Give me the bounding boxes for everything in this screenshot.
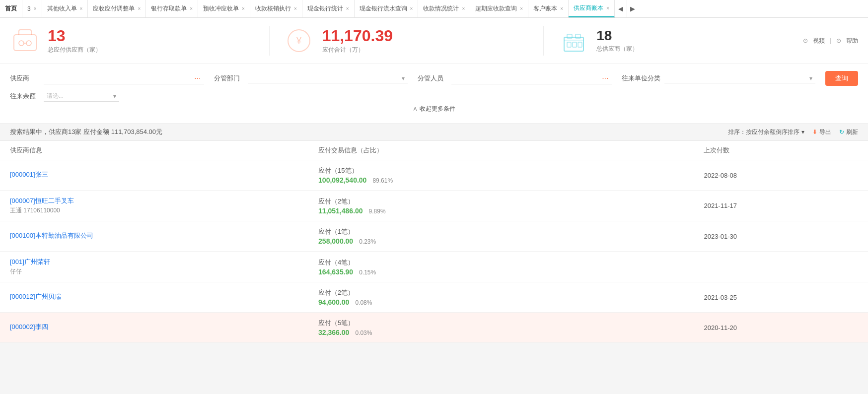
nav-arrow-left[interactable]: ◀ (615, 0, 627, 17)
table-header-lastpay: 上次付数 (704, 146, 858, 155)
collapse-bar[interactable]: ∧ 收起更多条件 (10, 102, 858, 116)
tx-info-6: 应付（5笔） 32,366.00 0.03% (318, 319, 704, 336)
svg-text:¥: ¥ (296, 36, 302, 46)
tx-info-2: 应付（2笔） 11,051,486.00 9.89% (318, 197, 704, 215)
tx-label-4: 应付（4笔） (318, 258, 354, 267)
nav-tab-ar-adjust-close[interactable]: × (138, 6, 141, 11)
search-button[interactable]: 查询 (825, 71, 858, 86)
last-pay-5: 2021-03-25 (704, 294, 858, 301)
summary-section: 13 总应付供应商（家） ¥ 11,170.39 应付合计（万） (0, 18, 868, 64)
svg-rect-0 (14, 35, 36, 51)
nav-tab-3-close[interactable]: × (34, 6, 37, 11)
nav-tab-other-income[interactable]: 其他收入单 × (42, 0, 88, 17)
total-suppliers-number: 18 (596, 29, 638, 43)
supplier-link-5[interactable]: [000012]广州贝瑞 (10, 293, 61, 300)
nav-tab-cash-flow-close[interactable]: × (410, 6, 413, 11)
nav-tab-supplier-book-close[interactable]: × (606, 5, 609, 11)
tx-percent-4: 0.15% (359, 269, 376, 276)
nav-tab-recv-verify[interactable]: 收款核销执行 × (250, 0, 302, 17)
supplier-info-3: [000100]本特勤油品有限公司 (10, 231, 318, 241)
summary-card-3-content: 18 总供应商（家） (596, 29, 638, 53)
tx-amount-link-5[interactable]: 94,600.00 (318, 298, 349, 306)
nav-tab-recv-verify-label: 收款核销执行 (255, 4, 291, 13)
tx-amount-link-2[interactable]: 11,051,486.00 (318, 207, 363, 215)
nav-tab-cash-stat[interactable]: 现金银行统计 × (302, 0, 355, 17)
svg-rect-9 (567, 42, 571, 47)
supplier-link-4[interactable]: [001]广州荣轩 (10, 258, 50, 265)
supplier-dots-icon[interactable]: ··· (194, 74, 201, 83)
sort-label: 排序：按应付余额倒序排序 (728, 128, 799, 136)
nav-tab-home[interactable]: 首页 (0, 0, 22, 17)
summary-divider-2 (543, 26, 544, 56)
tx-info-5: 应付（2笔） 94,600.00 0.08% (318, 288, 704, 306)
filter-supplier: 供应商 ··· (10, 73, 204, 84)
nav-tab-recv-stat[interactable]: 收款情况统计 × (418, 0, 470, 17)
nav-tab-supplier-book-label: 供应商账本 (574, 4, 603, 12)
nav-tab-bank[interactable]: 银行存取款单 × (146, 0, 198, 17)
nav-tab-ar-adjust-label: 应收应付调整单 (93, 4, 135, 13)
refresh-button[interactable]: ↻ 刷新 (839, 128, 858, 136)
sort-chevron-icon: ▾ (801, 129, 804, 135)
supplier-filter-label: 供应商 (10, 74, 40, 83)
last-pay-2: 2021-11-17 (704, 202, 858, 209)
link-separator: | (830, 37, 831, 44)
data-table: 供应商信息 应付交易信息（占比） 上次付数 [000001]张三 应付（15笔）… (0, 141, 868, 343)
nav-tab-customer-book-close[interactable]: × (560, 6, 563, 11)
nav-tab-ar-adjust[interactable]: 应收应付调整单 × (88, 0, 146, 17)
result-bar: 搜索结果中，供应商13家 应付金额 111,703,854.00元 排序：按应付… (0, 124, 868, 141)
tx-label-1: 应付（15笔） (318, 166, 358, 175)
nav-tab-supplier-book[interactable]: 供应商账本 × (569, 0, 615, 17)
nav-tab-3[interactable]: 3 × (22, 0, 42, 17)
export-label: 导出 (819, 128, 831, 136)
person-input[interactable] (454, 74, 602, 82)
nav-tab-pre-recv[interactable]: 预收冲应收单 × (198, 0, 250, 17)
nav-tab-cash-stat-close[interactable]: × (346, 6, 349, 11)
supplier-link-2[interactable]: [000007]恒旺二手叉车 (10, 197, 74, 204)
filter-dept: 分管部门 ▾ (214, 74, 408, 83)
nav-tab-customer-book[interactable]: 客户账本 × (528, 0, 569, 17)
table-row: [000100]本特勤油品有限公司 应付（1笔） 258,000.00 0.23… (0, 221, 868, 252)
sort-dropdown[interactable]: 排序：按应付余额倒序排序 ▾ (728, 128, 804, 136)
table-row: [000007]恒旺二手叉车 王通 17106110000 应付（2笔） 11,… (0, 191, 868, 221)
export-icon: ⬇ (812, 129, 817, 135)
nav-tab-cash-flow[interactable]: 现金银行流水查询 × (355, 0, 419, 17)
nav-tab-recv-stat-close[interactable]: × (462, 6, 465, 11)
nav-tab-overdue-recv-label: 超期应收款查询 (475, 4, 517, 13)
tx-amount-link-1[interactable]: 100,092,540.00 (318, 176, 366, 184)
nav-tab-recv-verify-close[interactable]: × (294, 6, 297, 11)
nav-tab-other-income-close[interactable]: × (80, 6, 83, 11)
tx-amount-link-4[interactable]: 164,635.90 (318, 268, 353, 276)
dept-filter-label: 分管部门 (214, 74, 244, 83)
nav-tab-bank-close[interactable]: × (190, 6, 193, 11)
summary-icon-amount: ¥ (285, 26, 314, 56)
supplier-link-6[interactable]: [000002]李四 (10, 323, 48, 330)
video-link[interactable]: 视频 (813, 37, 825, 45)
person-dots-icon[interactable]: ··· (602, 74, 608, 83)
nav-tab-bank-label: 银行存取款单 (151, 4, 187, 13)
nav-tab-pre-recv-close[interactable]: × (242, 6, 245, 11)
filter-balance: 往来余额 请选... ▾ (10, 91, 119, 102)
category-select-wrap[interactable]: ▾ (664, 74, 816, 83)
filter-person: 分管人员 ··· (418, 73, 612, 84)
nav-tab-overdue-recv[interactable]: 超期应收款查询 × (470, 0, 528, 17)
supplier-link-3[interactable]: [000100]本特勤油品有限公司 (10, 232, 93, 239)
nav-tab-overdue-recv-close[interactable]: × (520, 6, 523, 11)
balance-select-wrap[interactable]: 请选... ▾ (44, 91, 119, 102)
supplier-info-2: [000007]恒旺二手叉车 王通 17106110000 (10, 197, 318, 215)
nav-tab-customer-book-label: 客户账本 (533, 4, 557, 13)
table-row: [000001]张三 应付（15笔） 100,092,540.00 89.61%… (0, 160, 868, 191)
export-button[interactable]: ⬇ 导出 (812, 128, 831, 136)
supplier-input[interactable] (47, 74, 194, 82)
collapse-icon: ∧ (413, 105, 418, 112)
tx-amount-link-3[interactable]: 258,000.00 (318, 237, 353, 245)
refresh-icon: ↻ (839, 129, 844, 135)
tx-amount-link-6[interactable]: 32,366.00 (318, 328, 349, 336)
tx-label-3: 应付（1笔） (318, 227, 354, 236)
nav-tab-cash-flow-label: 现金银行流水查询 (360, 4, 407, 13)
dept-select-wrap[interactable]: ▾ (248, 74, 408, 83)
help-link[interactable]: 帮助 (846, 37, 858, 45)
nav-arrow-right[interactable]: ▶ (627, 0, 639, 17)
category-chevron-icon: ▾ (809, 75, 812, 82)
tx-percent-3: 0.23% (359, 238, 376, 245)
supplier-link-1[interactable]: [000001]张三 (10, 171, 48, 178)
